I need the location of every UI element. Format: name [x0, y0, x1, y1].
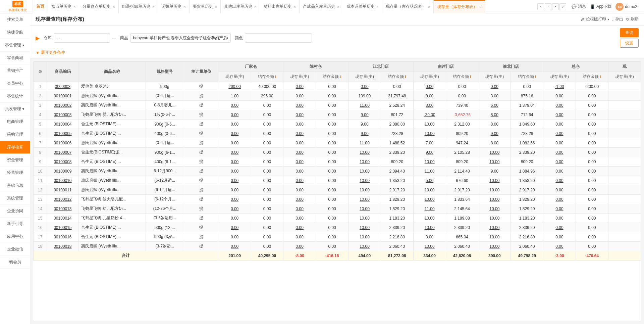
sidebar-item-inventory[interactable]: 库存核算	[0, 141, 30, 154]
goods-input[interactable]	[130, 33, 231, 43]
tab-other-outbound[interactable]: 其他出库单历史 ×	[221, 0, 260, 13]
cell-c5q: 9.00	[478, 167, 511, 176]
tab-finished-inbound[interactable]: 产成品入库单历史 ×	[300, 0, 343, 13]
table-row: 5 00100004 合生元 (BIOSTIME) ... 900g (0-6.…	[34, 120, 641, 129]
cell-c5q: 10.00	[478, 223, 511, 232]
tab-home[interactable]: 首页	[33, 0, 48, 13]
cell-c6a: 0.00	[576, 148, 608, 157]
sidebar-item-member-center[interactable]: 会员中心	[0, 77, 30, 90]
sidebar-item-app-center[interactable]: 应用中心	[0, 230, 30, 243]
cell-c2a: 0.00	[316, 91, 348, 101]
cell-c4q: 0.00	[413, 82, 446, 91]
cell-extra	[608, 129, 641, 138]
app-download-btn[interactable]: 📱 App下载	[590, 4, 611, 9]
cell-c2q: 0.00	[283, 120, 316, 129]
sidebar-item-finance[interactable]: 资金管理	[0, 154, 30, 167]
sidebar-item-retail-mgmt[interactable]: 零售管理 ▲	[0, 39, 30, 52]
total-c1q: 201.00	[218, 251, 251, 261]
tab-cost-adjust[interactable]: 成本调整单历史 ×	[343, 0, 382, 13]
tab-prev-btn[interactable]: ‹	[537, 3, 544, 10]
tab-close-btn[interactable]: ×	[552, 3, 559, 10]
cell-c1q: 200.00	[218, 82, 251, 91]
sidebar-item-system-mgmt[interactable]: 系统管理	[0, 192, 30, 205]
filter-color: 颜色	[235, 33, 312, 43]
cell-c6a: 0.00	[576, 157, 608, 167]
cell-c5a: 1,884.96	[511, 167, 543, 176]
tab-portion-stocktake[interactable]: 分量盘点单历史 ×	[79, 0, 118, 13]
cell-spec: (6-12月适...	[146, 185, 184, 195]
tab-maximize-btn[interactable]: ⤢	[559, 3, 566, 10]
sidebar-item-enterprise-collab[interactable]: 企业协同	[0, 205, 30, 218]
warehouse-input[interactable]	[54, 33, 110, 43]
cell-c3a: 2,080.80	[381, 120, 413, 129]
cell-unit: 提	[184, 204, 218, 214]
sidebar-item-new-user-guide[interactable]: 新手引导	[0, 218, 30, 230]
cell-c6q: 0.00	[543, 91, 576, 101]
th-nanan-amt: 结存金额 ℹ	[446, 72, 478, 82]
tab-transfer-history[interactable]: 调拨单历史 ×	[158, 0, 189, 13]
cell-extra	[608, 232, 641, 242]
cell-code: 00100005	[47, 129, 78, 138]
th-yubei-store: 渝北门店	[478, 62, 543, 72]
cell-c1q: 0.00	[218, 176, 251, 185]
cell-name: 飞鹤星飞帆 幼儿配方奶...	[78, 204, 146, 214]
refresh-btn[interactable]: ↻ 刷新	[626, 16, 639, 22]
sidebar-item-operations[interactable]: 经营管理	[0, 167, 30, 179]
cell-c2a: 0.00	[316, 110, 348, 120]
cell-c1a: 0.00	[251, 110, 283, 120]
cell-c4q: 9.00	[413, 148, 446, 157]
th-factory-amt: 结存金额 ℹ	[251, 72, 283, 82]
sidebar-item-basic-info[interactable]: 基础信息	[0, 179, 30, 192]
export-btn[interactable]: ↓ 导出	[612, 16, 623, 22]
cell-c4a: 665.04	[446, 232, 478, 242]
cell-unit: 提	[184, 167, 218, 176]
message-btn[interactable]: 💬 消息	[572, 4, 586, 9]
sidebar-item-retail-stats[interactable]: 零售统计	[0, 90, 30, 103]
gear-icon[interactable]: ⚙	[38, 69, 42, 74]
cell-c4a: 2,060.40	[446, 242, 478, 251]
user-btn[interactable]: Ea demo2	[615, 3, 637, 11]
sidebar-item-search[interactable]: 搜索英单	[0, 13, 30, 26]
cell-c5a: 2,917.20	[511, 185, 543, 195]
sidebar-item-purchase[interactable]: 采购管理	[0, 128, 30, 141]
tab-material-outbound[interactable]: 材料出库单历史 ×	[260, 0, 300, 13]
cell-c1q: 0.00	[218, 214, 251, 223]
cell-c4a: 2,312.00	[446, 120, 478, 129]
filter-collapse-btn[interactable]: ▶	[36, 35, 40, 41]
cell-c6a: 0.00	[576, 167, 608, 176]
setting-btn[interactable]: 设置	[620, 39, 639, 48]
cell-c5q: 10.00	[478, 214, 511, 223]
sidebar-item-marketing[interactable]: 营销推广	[0, 64, 30, 77]
tab-assembly-disassembly[interactable]: 组装拆卸单历史 ×	[119, 0, 158, 13]
sidebar-item-enterprise-wechat[interactable]: 企业微信	[0, 243, 30, 256]
top-nav: 标搭 畅捷通好生意 首页 盘点单历史 × 分量盘点单历史 × 组装拆卸单历史 ×…	[0, 0, 644, 13]
tab-next-btn[interactable]: ›	[545, 3, 551, 10]
print-btn[interactable]: 🖨 按模版打印 ▾	[581, 16, 609, 22]
color-input[interactable]	[245, 33, 312, 43]
sidebar-item-wholesale-mgmt[interactable]: 批发管理 ▼	[0, 103, 30, 115]
cell-c3a: 2,528.24	[381, 101, 413, 110]
tab-stocktake-history[interactable]: 盘点单历史 ×	[48, 0, 79, 13]
tab-inventory-distribution[interactable]: 现存量（库存分布表） ×	[434, 0, 485, 13]
sidebar-item-ecommerce[interactable]: 电商管理	[0, 115, 30, 128]
cell-c4a: 1,833.64	[446, 195, 478, 204]
sidebar-item-retail-mall[interactable]: 零售商城	[0, 52, 30, 64]
th-jiangbei-amt: 结存金额 ℹ	[381, 72, 413, 82]
total-c1a: 40,295.00	[251, 251, 283, 261]
tab-inventory-status[interactable]: 现存量（库存状况表） ×	[382, 0, 434, 13]
cell-extra	[608, 120, 641, 129]
cell-c3q: 0.00	[348, 82, 381, 91]
cell-c4a: 2,105.28	[446, 148, 478, 157]
query-btn[interactable]: 查询	[620, 28, 639, 37]
cell-c3a: 1,353.20	[381, 176, 413, 185]
cell-c6q: 0.00	[543, 157, 576, 167]
cell-code: 00100018	[47, 242, 78, 251]
cell-spec: 400g (0-6...	[146, 129, 184, 138]
cell-c4q: 10.00	[413, 129, 446, 138]
sidebar-item-shortcuts[interactable]: 快捷导航	[0, 26, 30, 39]
cell-c5a: 875.16	[511, 91, 543, 101]
cell-unit: 提	[184, 185, 218, 195]
expand-more-btn[interactable]: ▼ 展开更多条件	[36, 50, 639, 55]
tab-requisition[interactable]: 要货单历史 ×	[190, 0, 221, 13]
sidebar-item-members[interactable]: 畅会员	[0, 256, 30, 269]
